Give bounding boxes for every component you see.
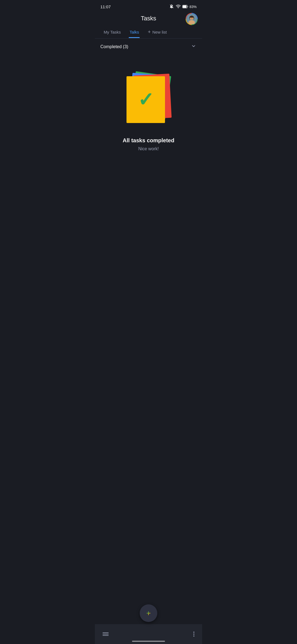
- avatar[interactable]: [186, 13, 197, 24]
- svg-rect-1: [183, 6, 186, 8]
- status-bar: 11:07 83%: [95, 0, 202, 12]
- battery-icon: [182, 5, 188, 8]
- completed-section-header[interactable]: Completed (3): [95, 39, 202, 55]
- battery-percent: 83%: [189, 5, 197, 9]
- new-list-label: New list: [152, 30, 167, 34]
- chevron-down-icon: [191, 43, 197, 50]
- paper-yellow: ✓: [127, 76, 165, 123]
- battery-container: 83%: [182, 5, 197, 9]
- completed-label: Completed (3): [100, 44, 128, 49]
- wifi-icon: [176, 4, 181, 9]
- tab-my-tasks[interactable]: My Tasks: [99, 26, 125, 38]
- status-icons: 83%: [169, 4, 197, 10]
- checkmark-icon: ✓: [138, 90, 154, 109]
- new-list-button[interactable]: + New list: [143, 26, 171, 38]
- task-illustration: ✓: [127, 71, 170, 126]
- bell-mute-icon: [169, 4, 174, 10]
- tabs-container: My Tasks Talks + New list: [95, 26, 202, 39]
- avatar-container[interactable]: [186, 13, 198, 25]
- page-title: Tasks: [141, 15, 156, 22]
- app-header: Tasks: [95, 12, 202, 26]
- new-list-plus-icon: +: [148, 29, 151, 35]
- completion-title: All tasks completed: [123, 137, 174, 144]
- completion-subtitle: Nice work!: [138, 146, 159, 151]
- empty-state-container: ✓ All tasks completed Nice work!: [95, 55, 202, 162]
- status-time: 11:07: [100, 4, 111, 9]
- tab-talks[interactable]: Talks: [125, 26, 143, 38]
